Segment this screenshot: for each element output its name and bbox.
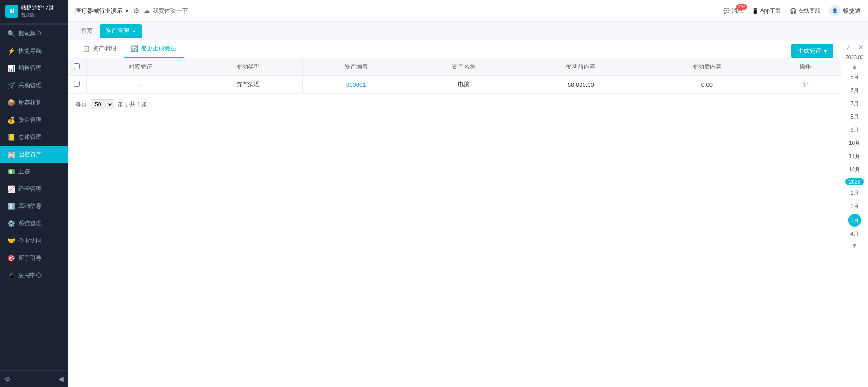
sidebar-item-system[interactable]: ⚙️ 系统管理 bbox=[0, 215, 68, 232]
month-11[interactable]: 11月 bbox=[841, 150, 868, 163]
select-all-checkbox[interactable] bbox=[74, 63, 80, 69]
quicknav-icon: ⚡ bbox=[7, 47, 15, 55]
cell-voucher: -- bbox=[86, 76, 194, 94]
messages-btn[interactable]: 💬 消息 99+ bbox=[723, 7, 743, 15]
header-settings-btn[interactable]: ⚙ bbox=[133, 6, 139, 15]
sidebar-item-collab[interactable]: 🤝 企业协同 bbox=[0, 232, 68, 249]
per-page-select[interactable]: 10 20 50 100 bbox=[91, 99, 114, 109]
sidebar-item-label: 销售管理 bbox=[18, 64, 42, 72]
sidebar-item-basic[interactable]: ℹ️ 基础信息 bbox=[0, 198, 68, 215]
sidebar-item-business[interactable]: 📈 经营管理 bbox=[0, 180, 68, 198]
sidebar-item-appcenter[interactable]: 📱 应用中心 bbox=[0, 267, 68, 284]
month-1-2023[interactable]: 1月 bbox=[841, 187, 868, 200]
sidebar-item-sales[interactable]: 📊 销售管理 bbox=[0, 60, 68, 77]
logo-sub: 普及版 bbox=[21, 12, 54, 18]
app-logo: 财 畅捷通好业财 普及版 bbox=[0, 0, 68, 23]
tab-asset-label: 资产管理 bbox=[105, 27, 129, 35]
tab-close-btn[interactable]: ✕ bbox=[132, 28, 136, 34]
main-content: 📋 资产明细 🔄 变更生成凭证 生成凭证 ▾ bbox=[68, 40, 841, 387]
panel-close-btn[interactable]: ✕ bbox=[856, 43, 865, 52]
asset-detail-icon: 📋 bbox=[83, 45, 90, 52]
cloud-icon: ☁ bbox=[144, 7, 150, 14]
th-change-type: 变动类型 bbox=[194, 58, 303, 76]
sidebar-item-ledger[interactable]: 📒 总账管理 bbox=[0, 129, 68, 146]
table-row: -- 资产清理 000001 电脑 50,000.00 0.00 🗑 bbox=[68, 76, 841, 94]
tab-asset-mgmt[interactable]: 资产管理 ✕ bbox=[100, 24, 142, 38]
table-container: 对应凭证 变动类型 资产编号 资产名称 变动前内容 变动后内容 操作 bbox=[68, 58, 841, 94]
month-10[interactable]: 10月 bbox=[841, 137, 868, 150]
settings-footer-btn[interactable]: ⚙ bbox=[5, 375, 10, 382]
month-5[interactable]: 5月 bbox=[841, 71, 868, 84]
inner-tabs-container: 📋 资产明细 🔄 变更生成凭证 生成凭证 ▾ bbox=[68, 40, 841, 58]
user-info[interactable]: 👤 畅捷通 bbox=[829, 5, 861, 16]
appcenter-icon: 📱 bbox=[7, 272, 15, 279]
sidebar-item-funds[interactable]: 💰 资金管理 bbox=[0, 111, 68, 129]
logo-icon: 财 bbox=[5, 5, 18, 18]
sidebar-item-label: 总账管理 bbox=[18, 133, 42, 141]
sidebar-footer: ⚙ ◀ bbox=[0, 370, 68, 387]
message-icon: 💬 bbox=[723, 8, 730, 14]
sidebar-item-label: 企业协同 bbox=[18, 237, 42, 245]
collapse-btn[interactable]: ◀ bbox=[59, 375, 64, 382]
month-4-2023[interactable]: 4月 bbox=[841, 228, 868, 241]
panel-expand-btn[interactable]: ⤢ bbox=[844, 43, 853, 52]
funds-icon: 💰 bbox=[7, 116, 15, 124]
company-selector[interactable]: 医疗器械行业演示 ▾ bbox=[75, 7, 129, 15]
sidebar-item-label: 采购管理 bbox=[18, 81, 42, 89]
sales-icon: 📊 bbox=[7, 64, 15, 72]
app-download-btn[interactable]: 📱 App下载 bbox=[752, 7, 781, 15]
cell-operation[interactable]: 🗑 bbox=[770, 76, 841, 94]
month-3-2023[interactable]: 3月 bbox=[848, 214, 861, 227]
tab-home[interactable]: 首页 bbox=[75, 24, 98, 38]
sidebar-item-label: 系统管理 bbox=[18, 219, 42, 228]
sidebar-item-salary[interactable]: 💵 工资 bbox=[0, 163, 68, 180]
year-label-prev: 2023.03 bbox=[841, 53, 868, 62]
th-asset-name: 资产名称 bbox=[410, 58, 518, 76]
sidebar-item-search[interactable]: 🔍 搜索菜单 bbox=[0, 25, 68, 42]
cell-after: 0.00 bbox=[644, 76, 770, 94]
generate-voucher-btn[interactable]: 生成凭证 ▾ bbox=[791, 44, 833, 58]
month-7[interactable]: 7月 bbox=[841, 97, 868, 110]
per-page-label: 每页 bbox=[75, 100, 87, 109]
generate-dropdown-icon: ▾ bbox=[824, 48, 827, 55]
tab-asset-detail[interactable]: 📋 资产明细 bbox=[75, 40, 124, 58]
scroll-up-btn[interactable]: ▲ bbox=[850, 62, 859, 71]
th-select-all[interactable] bbox=[68, 58, 86, 76]
top-header: 医疗器械行业演示 ▾ ⚙ ☁ 我要体验一下 💬 消息 99+ 📱 App下载 🎧… bbox=[68, 0, 868, 22]
month-9[interactable]: 9月 bbox=[841, 124, 868, 137]
sidebar-item-label: 工资 bbox=[18, 168, 30, 176]
online-service-btn[interactable]: 🎧 在线客服 bbox=[790, 7, 820, 15]
sidebar-item-purchase[interactable]: 🛒 采购管理 bbox=[0, 77, 68, 94]
tab-asset-detail-label: 资产明细 bbox=[93, 45, 116, 53]
sidebar-item-label: 固定资产 bbox=[18, 150, 42, 159]
business-icon: 📈 bbox=[7, 185, 15, 193]
sidebar-item-fixedassets[interactable]: 🏢 固定资产 bbox=[0, 146, 68, 163]
online-service-label: 在线客服 bbox=[799, 7, 820, 15]
month-8[interactable]: 8月 bbox=[841, 110, 868, 124]
sidebar-item-inventory[interactable]: 📦 库存核算 bbox=[0, 94, 68, 111]
cell-asset-name: 电脑 bbox=[410, 76, 518, 94]
month-12[interactable]: 12月 bbox=[841, 163, 868, 176]
purchase-icon: 🛒 bbox=[7, 82, 15, 89]
inventory-icon: 📦 bbox=[7, 99, 15, 106]
month-6[interactable]: 6月 bbox=[841, 84, 868, 97]
avatar: 👤 bbox=[829, 5, 840, 16]
experience-btn[interactable]: ☁ 我要体验一下 bbox=[144, 7, 188, 15]
sidebar-item-guide[interactable]: 🎯 新手引导 bbox=[0, 249, 68, 267]
sidebar-item-label: 经营管理 bbox=[18, 185, 42, 193]
inner-tabs: 📋 资产明细 🔄 变更生成凭证 bbox=[68, 40, 841, 58]
tab-voucher-gen-label: 变更生成凭证 bbox=[141, 45, 176, 53]
row-checkbox-cell[interactable] bbox=[68, 76, 86, 94]
guide-icon: 🎯 bbox=[7, 254, 15, 262]
username: 畅捷通 bbox=[843, 7, 861, 15]
sidebar-item-quicknav[interactable]: ⚡ 快捷导航 bbox=[0, 42, 68, 60]
cell-before: 50,000.00 bbox=[518, 76, 644, 94]
download-icon: 📱 bbox=[752, 8, 759, 14]
year-2023-badge: 2023 bbox=[845, 178, 863, 185]
row-checkbox[interactable] bbox=[74, 81, 80, 87]
sidebar: 财 畅捷通好业财 普及版 🔍 搜索菜单 ⚡ 快捷导航 📊 销售管理 🛒 采购管理… bbox=[0, 0, 68, 387]
month-2-2023[interactable]: 2月 bbox=[841, 200, 868, 213]
tab-voucher-gen[interactable]: 🔄 变更生成凭证 bbox=[124, 40, 184, 58]
scroll-down-btn[interactable]: ▼ bbox=[850, 241, 859, 250]
delete-btn[interactable]: 🗑 bbox=[802, 81, 808, 88]
